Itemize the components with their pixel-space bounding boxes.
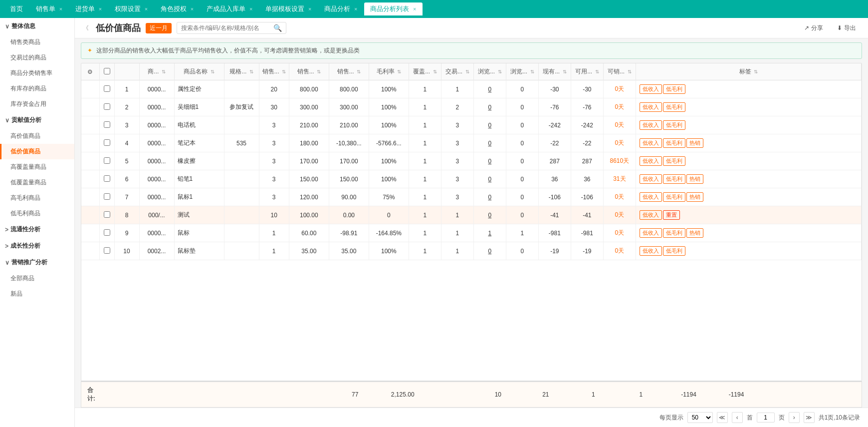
- sidebar-item-new-goods[interactable]: 新品: [0, 286, 74, 302]
- nav-purchase[interactable]: 进货单 ×: [69, 2, 108, 15]
- cell-name[interactable]: 鼠标: [174, 224, 224, 242]
- share-button[interactable]: ↗ 分享: [800, 22, 827, 34]
- sidebar-item-low-value[interactable]: 低价值商品: [0, 144, 74, 159]
- sidebar-section-contribution[interactable]: ∨ 贡献值分析: [0, 112, 74, 128]
- cell-browse1[interactable]: 0: [473, 188, 506, 206]
- cell-name[interactable]: 铅笔1: [174, 170, 224, 188]
- col-current-stock[interactable]: 现有... ⇅: [538, 63, 571, 80]
- row-checkbox[interactable]: [104, 157, 110, 164]
- sidebar-item-low-coverage[interactable]: 低覆盖量商品: [0, 175, 74, 190]
- cell-checkbox[interactable]: [99, 170, 114, 188]
- cell-browse1[interactable]: 0: [473, 80, 506, 98]
- row-checkbox[interactable]: [104, 103, 110, 110]
- row-checkbox[interactable]: [104, 121, 110, 128]
- browse1-link[interactable]: 0: [488, 86, 492, 93]
- row-checkbox[interactable]: [104, 193, 110, 200]
- browse1-link[interactable]: 0: [488, 104, 492, 111]
- page-input[interactable]: [757, 413, 775, 423]
- col-tags[interactable]: 标签 ⇅: [636, 63, 861, 80]
- browse1-link[interactable]: 0: [488, 248, 492, 255]
- sidebar-section-marketing[interactable]: ∨ 营销推广分析: [0, 254, 74, 271]
- browse1-link[interactable]: 0: [488, 140, 492, 147]
- nav-home[interactable]: 首页: [4, 2, 29, 15]
- browse1-link[interactable]: 0: [488, 194, 492, 201]
- cell-checkbox[interactable]: [99, 224, 114, 242]
- cell-name[interactable]: 笔记本: [174, 134, 224, 152]
- nav-template[interactable]: 单据模板设置 ×: [259, 2, 317, 15]
- browse1-link[interactable]: 0: [488, 158, 492, 165]
- col-sellable[interactable]: 可销... ⇅: [603, 63, 636, 80]
- row-checkbox[interactable]: [104, 247, 110, 254]
- sidebar-section-liquidity[interactable]: > 流通性分析: [0, 221, 74, 238]
- col-available-stock[interactable]: 可用... ⇅: [571, 63, 603, 80]
- nav-role[interactable]: 角色授权 ×: [155, 2, 200, 15]
- col-coverage[interactable]: 覆盖... ⇅: [409, 63, 441, 80]
- browse1-link[interactable]: 0: [488, 176, 492, 183]
- close-permission-icon[interactable]: ×: [145, 6, 148, 12]
- cell-checkbox[interactable]: [99, 152, 114, 170]
- cell-checkbox[interactable]: [99, 188, 114, 206]
- sidebar-item-stocked-goods[interactable]: 有库存的商品: [0, 81, 74, 96]
- cell-checkbox[interactable]: [99, 98, 114, 116]
- sidebar-item-all-goods[interactable]: 全部商品: [0, 271, 74, 286]
- nav-sales[interactable]: 销售单 ×: [30, 2, 68, 15]
- col-code[interactable]: 商... ⇅: [139, 63, 174, 80]
- nav-analysis-list[interactable]: 商品分析列表 ×: [364, 2, 422, 15]
- close-sales-icon[interactable]: ×: [59, 6, 62, 12]
- cell-checkbox[interactable]: [99, 206, 114, 224]
- row-checkbox[interactable]: [104, 175, 110, 182]
- cell-checkbox[interactable]: [99, 134, 114, 152]
- cell-browse1[interactable]: 1: [473, 224, 506, 242]
- cell-name[interactable]: 鼠标1: [174, 188, 224, 206]
- sidebar-item-high-coverage[interactable]: 高覆盖量商品: [0, 159, 74, 175]
- cell-browse1[interactable]: 0: [473, 242, 506, 260]
- close-analysis-list-icon[interactable]: ×: [413, 6, 416, 12]
- cell-browse1[interactable]: 0: [473, 170, 506, 188]
- cell-name[interactable]: 鼠标垫: [174, 242, 224, 260]
- col-gross-margin[interactable]: 毛利率 ⇅: [369, 63, 409, 80]
- col-sales-qty[interactable]: 销售... ⇅: [259, 63, 289, 80]
- prev-page-button[interactable]: ‹: [732, 412, 743, 423]
- first-page-button[interactable]: ≪: [717, 412, 728, 423]
- cell-browse1[interactable]: 0: [473, 116, 506, 134]
- col-spec[interactable]: 规格... ⇅: [224, 63, 259, 80]
- row-checkbox[interactable]: [104, 85, 110, 92]
- browse1-link[interactable]: 0: [488, 122, 492, 129]
- close-product-in-icon[interactable]: ×: [249, 6, 252, 12]
- col-browse2[interactable]: 浏览... ⇅: [506, 63, 538, 80]
- cell-browse1[interactable]: 0: [473, 98, 506, 116]
- sidebar-item-high-value[interactable]: 高价值商品: [0, 128, 74, 144]
- sidebar-item-sales-goods[interactable]: 销售类商品: [0, 34, 74, 50]
- next-page-button[interactable]: ›: [789, 412, 800, 423]
- close-analysis-icon[interactable]: ×: [354, 6, 357, 12]
- cell-name[interactable]: 吴细细1: [174, 98, 224, 116]
- col-sales-amount[interactable]: 销售... ⇅: [329, 63, 369, 80]
- close-role-icon[interactable]: ×: [191, 6, 194, 12]
- search-input[interactable]: [181, 24, 271, 31]
- nav-product-in[interactable]: 产成品入库单 ×: [201, 2, 258, 15]
- cell-browse1[interactable]: 0: [473, 152, 506, 170]
- cell-name[interactable]: 测试: [174, 206, 224, 224]
- row-checkbox[interactable]: [104, 229, 110, 236]
- sidebar-section-growth[interactable]: > 成长性分析: [0, 238, 74, 254]
- search-icon[interactable]: 🔍: [273, 24, 282, 32]
- col-browse1[interactable]: 浏览... ⇅: [473, 63, 506, 80]
- close-template-icon[interactable]: ×: [308, 6, 311, 12]
- nav-analysis[interactable]: 商品分析 ×: [318, 2, 363, 15]
- row-checkbox[interactable]: [104, 139, 110, 146]
- cell-checkbox[interactable]: [99, 242, 114, 260]
- browse1-link[interactable]: 1: [488, 230, 492, 237]
- sidebar-item-high-margin[interactable]: 高毛利商品: [0, 190, 74, 206]
- browse1-link[interactable]: 0: [488, 212, 492, 219]
- nav-permission[interactable]: 权限设置 ×: [109, 2, 154, 15]
- export-button[interactable]: ⬇ 导出: [833, 22, 860, 34]
- cell-checkbox[interactable]: [99, 116, 114, 134]
- close-purchase-icon[interactable]: ×: [99, 6, 102, 12]
- sidebar-item-category-rate[interactable]: 商品分类销售率: [0, 65, 74, 81]
- sidebar-item-stock-funds[interactable]: 库存资金占用: [0, 96, 74, 112]
- cell-name[interactable]: 电话机: [174, 116, 224, 134]
- sidebar-item-traded-goods[interactable]: 交易过的商品: [0, 50, 74, 65]
- cell-checkbox[interactable]: [99, 80, 114, 98]
- cell-name[interactable]: 属性定价: [174, 80, 224, 98]
- cell-browse1[interactable]: 0: [473, 134, 506, 152]
